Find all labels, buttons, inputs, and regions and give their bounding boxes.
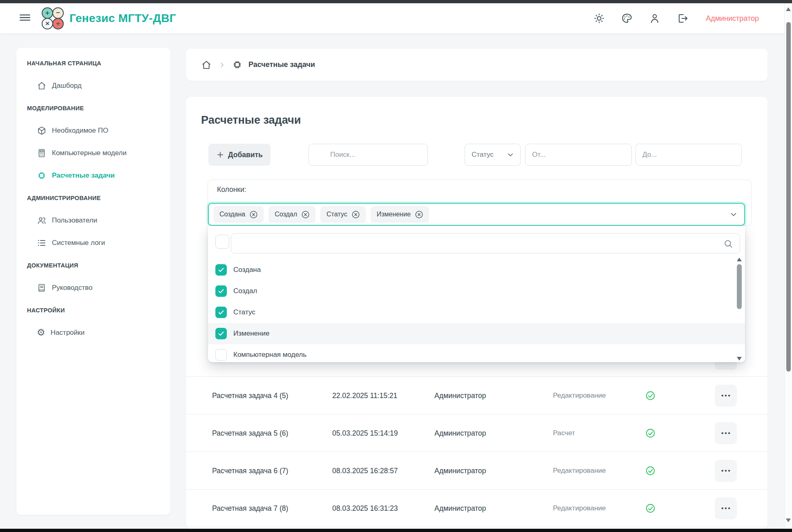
breadcrumb: Расчетные задачи bbox=[186, 49, 767, 81]
select-all-checkbox[interactable] bbox=[215, 235, 229, 249]
sidebar-section-administration: АДМИНИСТРИРОВАНИЕ bbox=[16, 187, 170, 209]
check-circle-icon bbox=[645, 390, 656, 401]
option-label: Изменение bbox=[233, 329, 269, 338]
sidebar-item-users[interactable]: Пользователи bbox=[16, 209, 170, 231]
sidebar-item-software[interactable]: Необходимое ПО bbox=[16, 119, 170, 142]
tasks-table: Расчетная задача 4 (5) 22.02.2025 11:15:… bbox=[186, 376, 767, 527]
row-menu-button[interactable]: ••• bbox=[715, 460, 737, 482]
chip-icon bbox=[232, 60, 242, 70]
list-icon bbox=[37, 238, 47, 248]
checkbox-checked-icon[interactable] bbox=[215, 328, 227, 339]
book-icon bbox=[37, 283, 47, 293]
sidebar-section-settings: НАСТРОЙКИ bbox=[16, 299, 170, 321]
app-header: + − × ÷ Генезис МГТУ-ДВГ Администратор bbox=[0, 3, 784, 33]
logo-minus-icon: − bbox=[52, 7, 64, 19]
scroll-thumb[interactable] bbox=[737, 264, 742, 309]
table-row: Расчетная задача 7 (8) 08.03.2025 16:31:… bbox=[186, 489, 767, 527]
column-chip-modified: Изменение bbox=[371, 206, 429, 223]
chevron-down-icon bbox=[506, 151, 515, 159]
row-menu-button[interactable]: ••• bbox=[715, 422, 737, 444]
task-status: Расчет bbox=[553, 429, 575, 437]
remove-chip-icon[interactable] bbox=[249, 210, 258, 219]
profile-icon[interactable] bbox=[649, 12, 661, 24]
columns-label: Колонки: bbox=[217, 185, 246, 194]
sidebar-item-label: Системные логи bbox=[52, 239, 105, 247]
palette-icon[interactable] bbox=[621, 12, 633, 24]
remove-chip-icon[interactable] bbox=[301, 210, 310, 219]
scroll-up-icon[interactable] bbox=[786, 7, 791, 11]
option-status[interactable]: Статус bbox=[208, 302, 745, 323]
dropdown-scrollbar[interactable] bbox=[736, 257, 742, 361]
sidebar-item-label: Необходимое ПО bbox=[52, 127, 108, 135]
scroll-thumb[interactable] bbox=[786, 22, 791, 372]
sidebar-item-settings[interactable]: ⚙ Настройки bbox=[16, 321, 170, 344]
scroll-up-icon[interactable] bbox=[737, 258, 742, 261]
check-circle-icon bbox=[645, 465, 656, 476]
app-title: Генезис МГТУ-ДВГ bbox=[69, 12, 176, 25]
add-button-label: Добавить bbox=[228, 151, 263, 159]
chevron-right-icon bbox=[218, 61, 226, 69]
sidebar-section-documentation: ДОКУМЕНТАЦИЯ bbox=[16, 254, 170, 276]
theme-sun-icon[interactable] bbox=[593, 12, 605, 24]
row-menu-button[interactable]: ••• bbox=[715, 385, 737, 407]
chip-label: Изменение bbox=[377, 211, 411, 218]
date-to-input[interactable] bbox=[635, 144, 742, 166]
add-button[interactable]: Добавить bbox=[208, 144, 271, 166]
checkbox-checked-icon[interactable] bbox=[215, 285, 227, 297]
gear-icon: ⚙ bbox=[37, 328, 45, 337]
scroll-down-icon[interactable] bbox=[786, 519, 791, 522]
task-author: Администратор bbox=[434, 466, 486, 475]
search-input[interactable] bbox=[309, 144, 428, 166]
chip-icon bbox=[37, 171, 47, 180]
chevron-down-icon[interactable] bbox=[729, 210, 738, 219]
task-author: Администратор bbox=[434, 504, 486, 512]
checkbox-unchecked-icon[interactable] bbox=[215, 349, 227, 361]
sidebar-item-manual[interactable]: Руководство bbox=[16, 276, 170, 299]
remove-chip-icon[interactable] bbox=[351, 210, 360, 219]
columns-option-list: Создана Создал Статус Изменение Компьюте… bbox=[208, 259, 745, 362]
row-menu-button[interactable]: ••• bbox=[715, 497, 737, 519]
chip-label: Создана bbox=[219, 211, 245, 218]
option-author[interactable]: Создал bbox=[208, 280, 745, 302]
option-created[interactable]: Создана bbox=[208, 259, 745, 280]
current-user-label[interactable]: Администратор bbox=[706, 14, 759, 23]
window-bottom-edge bbox=[0, 529, 792, 532]
scroll-down-icon[interactable] bbox=[737, 357, 742, 361]
sidebar-section-home: НАЧАЛЬНАЯ СТРАНИЦА bbox=[16, 52, 170, 74]
checkbox-checked-icon[interactable] bbox=[215, 264, 227, 276]
table-bottom-divider bbox=[186, 527, 767, 527]
page-scrollbar[interactable] bbox=[784, 3, 792, 529]
logout-icon[interactable] bbox=[676, 12, 689, 24]
table-row: Расчетная задача 5 (6) 05.03.2025 15:14:… bbox=[186, 414, 767, 452]
date-from-input[interactable] bbox=[525, 144, 632, 166]
home-icon[interactable] bbox=[201, 60, 212, 70]
sidebar-item-calc-tasks[interactable]: Расчетные задачи bbox=[16, 164, 170, 187]
window-top-edge bbox=[0, 0, 792, 3]
option-computer-model[interactable]: Компьютерная модель bbox=[208, 344, 745, 362]
sidebar-item-dashboard[interactable]: Дашборд bbox=[16, 74, 170, 97]
chip-label: Создал bbox=[275, 211, 297, 218]
status-select[interactable]: Статус bbox=[465, 144, 521, 166]
remove-chip-icon[interactable] bbox=[414, 210, 424, 219]
calculator-icon bbox=[37, 148, 47, 158]
columns-multiselect[interactable]: Создана Создал Статус Изменение bbox=[208, 203, 745, 226]
table-row: Расчетная задача 6 (7) 08.03.2025 16:28:… bbox=[186, 452, 767, 489]
sidebar-item-computer-models[interactable]: Компьютерные модели bbox=[16, 142, 170, 164]
dropdown-search-input[interactable] bbox=[231, 233, 740, 254]
app-logo: + − × ÷ bbox=[42, 7, 64, 29]
task-created: 05.03.2025 15:14:19 bbox=[332, 429, 398, 437]
logo-times-icon: × bbox=[42, 18, 53, 29]
option-modified[interactable]: Изменение bbox=[208, 323, 745, 344]
sidebar-item-system-logs[interactable]: Системные логи bbox=[16, 231, 170, 254]
main-panel: Расчетные задачи Добавить Статус Колонки… bbox=[186, 97, 767, 529]
column-chip-author: Создал bbox=[268, 206, 315, 223]
sidebar-section-modeling: МОДЕЛИРОВАНИЕ bbox=[16, 97, 170, 119]
check-circle-icon bbox=[645, 427, 656, 439]
task-status: Редактирование bbox=[553, 504, 606, 512]
task-status: Редактирование bbox=[553, 392, 606, 400]
logo-divide-icon: ÷ bbox=[52, 18, 64, 29]
checkbox-checked-icon[interactable] bbox=[215, 307, 227, 318]
menu-icon[interactable] bbox=[19, 12, 31, 24]
page-title: Расчетные задачи bbox=[201, 114, 301, 127]
breadcrumb-current[interactable]: Расчетные задачи bbox=[248, 60, 315, 69]
